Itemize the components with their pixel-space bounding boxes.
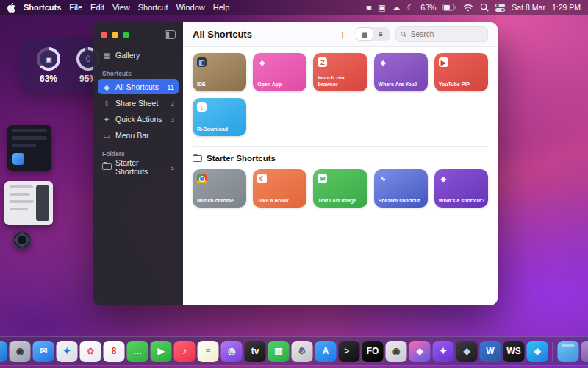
menu-shortcut[interactable]: Shortcut	[138, 3, 168, 12]
screen-mirroring-icon[interactable]: ▣	[378, 3, 385, 13]
dock-launchpad[interactable]: ◉	[10, 341, 31, 362]
dock-ws-app[interactable]: WS	[503, 341, 525, 362]
new-shortcut-button[interactable]: +	[335, 27, 350, 42]
dock-photos[interactable]: ✿	[80, 341, 101, 362]
apple-menu-icon[interactable]	[7, 3, 15, 13]
dock-app-blue[interactable]: ◈	[527, 341, 548, 362]
menubar-app-name[interactable]: Shortcuts	[24, 3, 61, 12]
menu-edit[interactable]: Edit	[90, 3, 104, 12]
page-title: All Shortcuts	[193, 29, 252, 40]
dock-messages[interactable]: …	[127, 341, 148, 362]
wifi-icon[interactable]	[463, 4, 473, 12]
sidebar-item-share-sheet[interactable]: ⇧ Share Sheet 2	[98, 96, 179, 110]
shortcut-card-ide[interactable]: ◧ IDE	[193, 53, 246, 91]
sidebar-item-quick-actions[interactable]: ✦ Quick Actions 3	[98, 112, 179, 127]
dock-trash[interactable]: ▯	[581, 341, 588, 362]
grid-view-button[interactable]: ▦	[356, 28, 373, 40]
zoom-button[interactable]	[123, 32, 129, 38]
sidebar-item-label: Starter Shortcuts	[115, 158, 166, 176]
dock-numbers[interactable]: ▥	[268, 341, 290, 362]
battery-icon[interactable]	[442, 4, 456, 11]
camera-overlay-button[interactable]	[13, 231, 31, 249]
shortcut-icon: ↓	[197, 102, 207, 112]
dock-calendar[interactable]: 8	[104, 341, 125, 362]
dock-app-store[interactable]: A	[315, 341, 337, 362]
dock-word[interactable]: W	[480, 341, 501, 362]
dock-app-purple[interactable]: ✦	[433, 341, 454, 362]
menu-file[interactable]: File	[69, 3, 82, 12]
sidebar-section-shortcuts: Shortcuts	[102, 70, 174, 77]
cloud-icon[interactable]: ☁	[392, 3, 400, 13]
shortcut-card-take-a-break[interactable]: ☾ Take a Break	[253, 169, 306, 208]
window-titlebar	[93, 22, 183, 47]
sidebar-item-starter-shortcuts[interactable]: Starter Shortcuts 5	[98, 160, 179, 174]
dock-safari[interactable]: ✦	[57, 341, 78, 362]
close-button[interactable]	[101, 32, 107, 38]
shortcut-card-shazam-shortcut[interactable]: ∿ Shazam shortcut	[374, 169, 428, 208]
sidebar-item-label: Quick Actions	[115, 115, 162, 124]
sidebar: ▦ Gallery Shortcuts ◈ All Shortcuts 11 ⇧…	[93, 22, 183, 305]
dock-camera[interactable]: ◉	[386, 341, 407, 362]
list-view-button[interactable]: ≡	[373, 28, 389, 40]
spotlight-search-icon[interactable]	[480, 3, 489, 12]
shortcut-card-youtube-pip[interactable]: ▶ YouTube PIP	[434, 53, 488, 91]
menu-window[interactable]: Window	[176, 3, 205, 12]
shortcut-card-text-last-image[interactable]: ✉ Text Last Image	[313, 169, 367, 208]
dock-app-dark[interactable]: ◆	[456, 341, 478, 362]
dock-mail[interactable]: ✉	[33, 341, 54, 362]
desktop-preview-light[interactable]	[4, 181, 53, 225]
item-count: 11	[167, 83, 174, 91]
dock-fo-app[interactable]: FO	[362, 341, 384, 362]
shortcut-label: IDE	[197, 82, 243, 88]
dock-notes[interactable]: ≡	[198, 341, 219, 362]
focus-icon[interactable]: ☾	[406, 3, 414, 13]
shortcuts-window: ▦ Gallery Shortcuts ◈ All Shortcuts 11 ⇧…	[93, 22, 498, 305]
control-center-icon[interactable]	[495, 4, 505, 12]
sidebar-item-gallery[interactable]: ▦ Gallery	[98, 48, 179, 63]
shortcut-card-where-are-you[interactable]: ◈ Where Are You?	[374, 53, 428, 91]
dock-music[interactable]: ♪	[174, 341, 196, 362]
dock-terminal[interactable]: >_	[339, 341, 360, 362]
menubar-date[interactable]: Sat 8 Mar	[512, 3, 545, 12]
shortcut-card-whats-a-shortcut[interactable]: ◈ What's a shortcut?	[434, 169, 488, 208]
sidebar-item-all-shortcuts[interactable]: ◈ All Shortcuts 11	[98, 79, 179, 94]
search-field[interactable]	[395, 26, 488, 42]
shortcut-label: launch chrome	[197, 198, 243, 204]
dock-facetime[interactable]: ▶	[151, 341, 172, 362]
sidebar-item-label: Gallery	[115, 51, 140, 60]
dock-downloads-folder[interactable]	[558, 341, 579, 362]
sidebar-toggle-icon[interactable]	[165, 30, 176, 39]
menu-view[interactable]: View	[112, 3, 130, 12]
quick-actions-icon: ✦	[102, 116, 111, 124]
dock-tv[interactable]: tv	[245, 341, 266, 362]
dock-shortcuts[interactable]: ◈	[409, 341, 431, 362]
shortcut-card-r-download[interactable]: ↓ R▸Download	[193, 98, 246, 136]
shortcut-label: Shazam shortcut	[379, 198, 425, 204]
item-count: 5	[171, 163, 174, 171]
starter-shortcuts-grid: launch chrome ☾ Take a Break ✉ Text Last…	[193, 169, 488, 208]
shortcut-card-launch-zen-browser[interactable]: Z launch zen browser	[313, 53, 367, 91]
search-input[interactable]	[409, 29, 483, 39]
preview-app-icon	[12, 153, 24, 165]
menu-bar-item-icon: ▭	[102, 132, 111, 140]
menu-help[interactable]: Help	[213, 3, 230, 12]
dock-settings[interactable]: ⚙	[292, 341, 313, 362]
shortcut-icon: ∿	[379, 174, 388, 183]
sidebar-item-label: Share Sheet	[115, 99, 158, 107]
shortcut-label: R▸Download	[197, 127, 243, 132]
minimize-button[interactable]	[112, 32, 118, 38]
desktop-preview-dark[interactable]	[7, 125, 51, 171]
menubar-time[interactable]: 1:29 PM	[552, 3, 581, 12]
shortcut-card-open-app[interactable]: ◈ Open App	[253, 53, 306, 91]
shortcut-label: What's a shortcut?	[439, 198, 485, 204]
dock-finder[interactable]: ☺	[0, 341, 7, 362]
shortcut-card-launch-chrome[interactable]: launch chrome	[193, 169, 246, 208]
status-icon-1[interactable]: ◙	[366, 3, 371, 12]
section-title: Starter Shortcuts	[207, 154, 276, 163]
shortcut-label: Take a Break	[257, 198, 304, 204]
dock-podcasts[interactable]: ◎	[221, 341, 243, 362]
menu-bar: Shortcuts File Edit View Shortcut Window…	[0, 0, 588, 15]
dock-divider	[553, 342, 553, 361]
sidebar-item-menu-bar[interactable]: ▭ Menu Bar	[98, 128, 179, 143]
battery-percent: 63%	[420, 3, 436, 12]
